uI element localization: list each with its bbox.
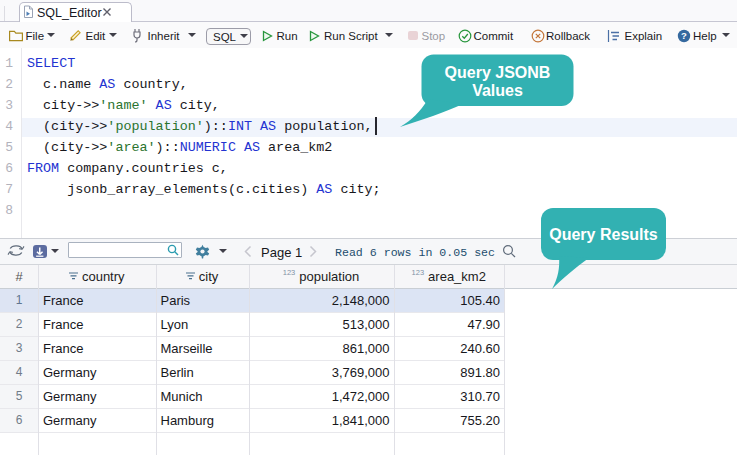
svg-text:?: ? xyxy=(681,30,687,41)
